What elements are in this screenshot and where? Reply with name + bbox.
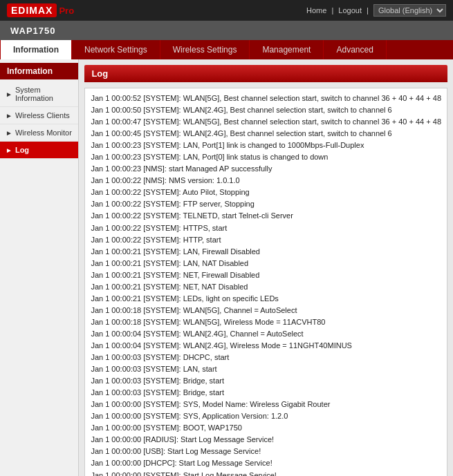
arrow-icon: ► [6, 112, 12, 120]
log-box: Jan 1 00:00:52 [SYSTEM]: WLAN[5G], Best … [84, 88, 447, 476]
arrow-icon: ► [6, 91, 12, 98]
log-entry: Jan 1 00:00:04 [SYSTEM]: WLAN[2.4G], Cha… [91, 328, 441, 340]
log-entry: Jan 1 00:00:22 [SYSTEM]: HTTP, start [91, 234, 441, 246]
log-entry: Jan 1 00:00:18 [SYSTEM]: WLAN[5G], Chann… [91, 305, 441, 316]
logo-area: EDIMAX Pro [7, 3, 74, 17]
sidebar-item-wireless-clients[interactable]: ► Wireless Clients [0, 107, 78, 124]
arrow-icon: ► [6, 129, 12, 137]
sidebar-label-wireless-clients: Wireless Clients [15, 111, 70, 120]
logo-pro: Pro [59, 6, 74, 16]
log-entry: Jan 1 00:00:23 [SYSTEM]: LAN, Port[1] li… [91, 140, 441, 151]
log-entry: Jan 1 00:00:18 [SYSTEM]: WLAN[5G], Wirel… [91, 316, 441, 328]
log-entry: Jan 1 00:00:00 [SYSTEM]: Start Log Messa… [91, 470, 441, 477]
sidebar-label-log: Log [15, 146, 29, 154]
sidebar-item-log[interactable]: ► Log [0, 142, 78, 159]
language-select[interactable]: Global (English) [373, 4, 446, 17]
log-entry: Jan 1 00:00:22 [SYSTEM]: Auto Pilot, Sto… [91, 187, 441, 198]
log-entry: Jan 1 00:00:03 [SYSTEM]: DHCPC, start [91, 352, 441, 363]
log-entry: Jan 1 00:00:47 [SYSTEM]: WLAN[5G], Best … [91, 116, 441, 128]
log-entry: Jan 1 00:00:00 [SYSTEM]: SYS, Model Name… [91, 399, 441, 410]
log-entry: Jan 1 00:00:22 [SYSTEM]: FTP server, Sto… [91, 198, 441, 210]
sidebar-label-wireless-monitor: Wireless Monitor [15, 128, 72, 137]
log-entry: Jan 1 00:00:22 [SYSTEM]: TELNETD, start … [91, 210, 441, 222]
tab-advanced[interactable]: Advanced [324, 40, 386, 59]
sidebar-item-wireless-monitor[interactable]: ► Wireless Monitor [0, 124, 78, 142]
log-entry: Jan 1 00:00:23 [NMS]: start Managed AP s… [91, 163, 441, 175]
log-entry: Jan 1 00:00:03 [SYSTEM]: Bridge, start [91, 375, 441, 387]
log-entry: Jan 1 00:00:03 [SYSTEM]: LAN, start [91, 363, 441, 375]
tab-information[interactable]: Information [0, 40, 72, 59]
log-entry: Jan 1 00:00:00 [USB]: Start Log Message … [91, 446, 441, 457]
log-entry: Jan 1 00:00:22 [NMS]: NMS version: 1.0.1… [91, 175, 441, 187]
tab-wireless-settings[interactable]: Wireless Settings [160, 40, 250, 59]
log-entry: Jan 1 00:00:00 [SYSTEM]: SYS, Applicatio… [91, 410, 441, 422]
logo-edimax: EDIMAX [7, 3, 57, 17]
main-layout: Information ► System Information ► Wirel… [0, 59, 453, 476]
content-area: Log Jan 1 00:00:52 [SYSTEM]: WLAN[5G], B… [79, 59, 453, 476]
home-link[interactable]: Home [306, 6, 326, 15]
device-bar: WAP1750 [0, 21, 453, 40]
sidebar-label-system-info: System Information [15, 86, 73, 102]
sidebar-item-system-information[interactable]: ► System Information [0, 82, 78, 107]
log-entry: Jan 1 00:00:00 [SYSTEM]: BOOT, WAP1750 [91, 422, 441, 434]
log-entry: Jan 1 00:00:21 [SYSTEM]: LAN, NAT Disabl… [91, 258, 441, 269]
log-entry: Jan 1 00:00:45 [SYSTEM]: WLAN[2.4G], Bes… [91, 128, 441, 140]
tab-management[interactable]: Management [250, 40, 324, 59]
arrow-icon-active: ► [6, 146, 12, 154]
header: EDIMAX Pro Home | Logout | Global (Engli… [0, 0, 453, 21]
log-entry: Jan 1 00:00:03 [SYSTEM]: Bridge, start [91, 387, 441, 399]
log-entry: Jan 1 00:00:22 [SYSTEM]: HTTPS, start [91, 222, 441, 234]
device-name: WAP1750 [10, 26, 56, 36]
header-links: Home | Logout | Global (English) [306, 4, 446, 17]
sidebar-header: Information [0, 63, 78, 79]
log-entry: Jan 1 00:00:21 [SYSTEM]: NET, NAT Disabl… [91, 281, 441, 293]
logout-link[interactable]: Logout [338, 6, 362, 15]
nav-tabs: Information Network Settings Wireless Se… [0, 40, 453, 59]
log-entry: Jan 1 00:00:21 [SYSTEM]: NET, Firewall D… [91, 269, 441, 281]
sidebar: Information ► System Information ► Wirel… [0, 59, 79, 476]
tab-network-settings[interactable]: Network Settings [72, 40, 160, 59]
log-entry: Jan 1 00:00:00 [RADIUS]: Start Log Messa… [91, 434, 441, 446]
log-entry: Jan 1 00:00:04 [SYSTEM]: WLAN[2.4G], Wir… [91, 340, 441, 352]
content-title: Log [84, 65, 447, 82]
log-entry: Jan 1 00:00:00 [DHCPC]: Start Log Messag… [91, 457, 441, 469]
log-entry: Jan 1 00:00:52 [SYSTEM]: WLAN[5G], Best … [91, 93, 441, 104]
log-entry: Jan 1 00:00:50 [SYSTEM]: WLAN[2.4G], Bes… [91, 104, 441, 116]
log-entry: Jan 1 00:00:21 [SYSTEM]: LEDs, light on … [91, 293, 441, 305]
log-entry: Jan 1 00:00:23 [SYSTEM]: LAN, Port[0] li… [91, 151, 441, 163]
log-entry: Jan 1 00:00:21 [SYSTEM]: LAN, Firewall D… [91, 246, 441, 258]
